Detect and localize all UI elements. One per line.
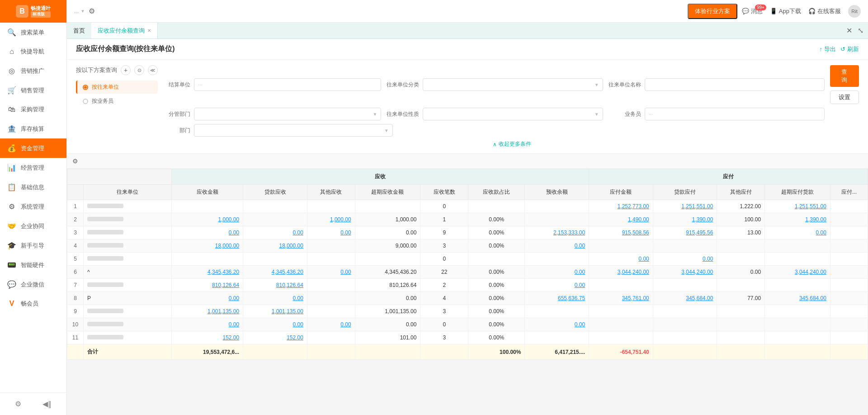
- user-menu[interactable]: Rit: [848, 5, 861, 18]
- partner-nature-input[interactable]: ▼: [423, 108, 603, 120]
- sidebar-settings-btn[interactable]: ⚙: [13, 397, 24, 410]
- promo-button[interactable]: 体验行业方案: [688, 4, 737, 19]
- table-cell[interactable]: [525, 213, 589, 226]
- filter-add-button[interactable]: +: [121, 65, 131, 75]
- filter-collapse-button[interactable]: ∧ 收起更多条件: [165, 138, 859, 150]
- table-cell[interactable]: 1,251,551.00: [765, 200, 830, 213]
- table-cell[interactable]: 0.00: [525, 239, 589, 253]
- tab-home[interactable]: 首页: [67, 23, 91, 38]
- tab-close-icon[interactable]: ✕: [147, 28, 151, 33]
- partner-name-input[interactable]: [645, 78, 825, 91]
- table-cell[interactable]: [589, 305, 653, 318]
- tab-close-all-icon[interactable]: ✕: [845, 25, 853, 36]
- sidebar-item-purchase[interactable]: 🛍 采购管理: [0, 100, 66, 119]
- table-cell[interactable]: 345,684.00: [765, 292, 830, 305]
- table-cell[interactable]: 0.00: [243, 292, 307, 305]
- filter-target-btn[interactable]: ⊙: [134, 65, 144, 75]
- table-cell[interactable]: 345,761.00: [589, 292, 653, 305]
- table-cell[interactable]: 0.00: [525, 279, 589, 292]
- table-cell[interactable]: 152.00: [172, 331, 243, 344]
- table-cell[interactable]: [307, 279, 355, 292]
- tab-ar-ap[interactable]: 应收应付余额查询 ✕: [91, 23, 158, 38]
- table-cell[interactable]: 152.00: [243, 331, 307, 344]
- sidebar-item-hardware[interactable]: 📟 智能硬件: [0, 255, 66, 275]
- table-cell[interactable]: [765, 318, 830, 331]
- table-cell[interactable]: [307, 253, 355, 266]
- refresh-button[interactable]: ↺ 刷新: [840, 45, 859, 53]
- table-cell[interactable]: 915,495.56: [653, 226, 717, 239]
- table-cell[interactable]: [589, 318, 653, 331]
- table-cell[interactable]: [172, 200, 243, 213]
- salesperson-input[interactable]: ···: [645, 108, 825, 120]
- table-cell[interactable]: 0.00: [307, 226, 355, 239]
- sidebar-item-operations[interactable]: 📊 经营管理: [0, 158, 66, 177]
- export-button[interactable]: ↑ 导出: [820, 45, 836, 53]
- sidebar-item-sales[interactable]: 🛒 销售管理: [0, 81, 66, 100]
- sidebar-item-wechat[interactable]: 💬 企业微信: [0, 275, 66, 294]
- table-cell[interactable]: [525, 331, 589, 344]
- table-cell[interactable]: 0.00: [307, 318, 355, 331]
- table-cell[interactable]: [307, 200, 355, 213]
- table-cell[interactable]: 1,490.00: [589, 213, 653, 226]
- table-cell[interactable]: 1,001,135.00: [243, 305, 307, 318]
- filter-by-partner[interactable]: 按往来单位: [76, 81, 158, 94]
- table-cell[interactable]: [243, 200, 307, 213]
- table-cell[interactable]: 0.00: [653, 253, 717, 266]
- table-cell[interactable]: [307, 239, 355, 253]
- table-cell[interactable]: [525, 253, 589, 266]
- table-cell[interactable]: [589, 239, 653, 253]
- sidebar-item-guide[interactable]: 🎓 新手引导: [0, 236, 66, 255]
- sidebar-item-finance[interactable]: 💰 资金管理: [0, 138, 66, 158]
- table-cell[interactable]: 0.00: [243, 226, 307, 239]
- sidebar-collapse-btn[interactable]: ◀‖: [40, 397, 54, 410]
- table-cell[interactable]: [172, 253, 243, 266]
- table-cell[interactable]: [653, 279, 717, 292]
- table-cell[interactable]: 18,000.00: [172, 239, 243, 253]
- table-cell[interactable]: [525, 305, 589, 318]
- table-cell[interactable]: 4,345,436.20: [172, 266, 243, 279]
- table-cell[interactable]: [307, 292, 355, 305]
- table-cell[interactable]: [307, 331, 355, 344]
- filter-by-salesperson[interactable]: 按业务员: [76, 95, 158, 108]
- table-cell[interactable]: 810,126.64: [172, 279, 243, 292]
- table-settings-icon[interactable]: ⚙: [72, 157, 78, 165]
- sidebar-item-quick-nav[interactable]: ⌂ 快捷导航: [0, 42, 66, 61]
- table-cell[interactable]: 1,390.00: [765, 213, 830, 226]
- table-cell[interactable]: 0.00: [525, 318, 589, 331]
- service-button[interactable]: 🎧 在线客服: [808, 7, 841, 15]
- table-cell[interactable]: [307, 305, 355, 318]
- table-cell[interactable]: 915,508.56: [589, 226, 653, 239]
- tab-expand-icon[interactable]: ⤡: [857, 25, 864, 36]
- settings-button[interactable]: 设置: [830, 91, 859, 104]
- table-cell[interactable]: 18,000.00: [243, 239, 307, 253]
- table-cell[interactable]: 0.00: [172, 318, 243, 331]
- table-cell[interactable]: 345,684.00: [653, 292, 717, 305]
- sidebar-item-search-menu[interactable]: 🔍 搜索菜单: [0, 23, 66, 42]
- table-cell[interactable]: [765, 279, 830, 292]
- table-cell[interactable]: 0.00: [525, 266, 589, 279]
- table-cell[interactable]: [525, 200, 589, 213]
- table-cell[interactable]: 1,001,135.00: [172, 305, 243, 318]
- table-cell[interactable]: [243, 213, 307, 226]
- table-cell[interactable]: 3,044,240.00: [589, 266, 653, 279]
- table-cell[interactable]: [653, 239, 717, 253]
- table-cell[interactable]: [765, 331, 830, 344]
- sidebar-item-collab[interactable]: 🤝 企业协同: [0, 216, 66, 236]
- table-cell[interactable]: 0.00: [589, 253, 653, 266]
- table-cell[interactable]: [589, 279, 653, 292]
- dept-input[interactable]: ▼: [194, 124, 393, 137]
- table-cell[interactable]: 655,636.75: [525, 292, 589, 305]
- header-gear-icon[interactable]: ⚙: [87, 5, 97, 17]
- table-cell[interactable]: [653, 318, 717, 331]
- sidebar-item-marketing[interactable]: ◎ 营销推广: [0, 61, 66, 81]
- table-cell[interactable]: [653, 331, 717, 344]
- filter-collapse-btn[interactable]: ≪: [148, 65, 158, 75]
- table-cell[interactable]: [653, 305, 717, 318]
- sidebar-item-vip[interactable]: V 畅会员: [0, 294, 66, 313]
- sidebar-item-basic-info[interactable]: 📋 基础信息: [0, 177, 66, 197]
- branch-dept-input[interactable]: ▼: [194, 108, 381, 120]
- data-table-scroll[interactable]: 应收 应付 往来单位 应收金额 贷款应收 其他应收 超期应收金额 应收笔数 应收…: [67, 169, 868, 360]
- table-cell[interactable]: 4,345,436.20: [243, 266, 307, 279]
- table-cell[interactable]: [765, 305, 830, 318]
- query-button[interactable]: 查询: [830, 65, 859, 87]
